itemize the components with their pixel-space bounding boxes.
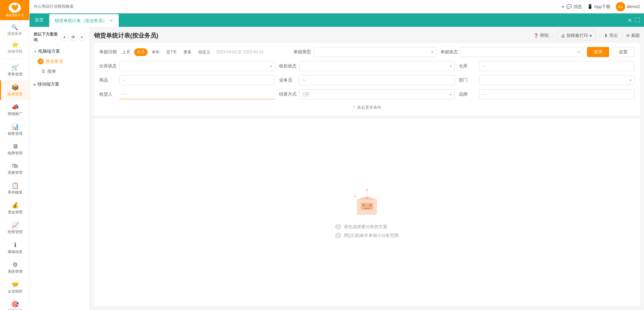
enterprise-icon: 🤝	[11, 281, 19, 288]
date-tab-custom[interactable]: 自定义	[196, 48, 213, 56]
tip2-num: 2	[335, 232, 341, 239]
salesperson-dots: ···	[302, 77, 306, 83]
date-tab-7days[interactable]: 近7天	[164, 48, 179, 56]
goods-input[interactable]: ···	[119, 75, 275, 85]
search-menu-item[interactable]: 🔍 搜索菜单	[0, 20, 29, 38]
sidebar-item-system[interactable]: ⚙ 系统管理	[0, 258, 29, 277]
date-tab-more[interactable]: 更多	[181, 48, 194, 56]
app-download-btn[interactable]: 📱 App下载	[587, 4, 610, 10]
collapse-btn[interactable]: ⌃ 收起更多条件	[351, 103, 383, 112]
shortcut-label: 快捷导航	[8, 49, 22, 54]
add-scheme-btn[interactable]: +	[61, 34, 68, 41]
department-input[interactable]: ▾	[479, 75, 635, 85]
sidebar-item-wholesale[interactable]: 📦 批发管理	[0, 80, 29, 100]
refresh-scheme-btn[interactable]: ⟳	[69, 34, 77, 41]
date-tab-this-month[interactable]: 本月	[134, 48, 148, 56]
tab-maximize-icon[interactable]: ⛶	[635, 17, 640, 23]
salesperson-scheme-icon: 员	[38, 58, 44, 64]
collapse-row: ⌃ 收起更多条件	[99, 103, 635, 112]
date-tabs: 上月 本月 本年 近7天 更多 自定义	[119, 48, 213, 56]
brand-dots: ···	[482, 91, 485, 97]
filter-department: 部门 ▾	[459, 75, 635, 85]
filter-row-3: 商品 ··· 业务员 ··· 部门	[99, 75, 635, 85]
doc-type-input[interactable]: ▾	[314, 47, 436, 57]
receipt-status-input[interactable]: ▾	[299, 61, 455, 71]
payment-close-btn[interactable]: ×	[306, 92, 308, 97]
recipient-input[interactable]: ···	[119, 89, 275, 99]
filter-row-1: 单据日期 上月 本月 本年 近7天 更多 自定义 2023-03-01 至 20…	[99, 47, 635, 57]
sales-label: 销售管理	[8, 131, 22, 136]
user-profile[interactable]: Ea demo2	[616, 2, 640, 11]
sidebar-nav: 🛒 零售管理 📦 批发管理 📣 营销推广 📊 销售管理 🖥 电商管理 🛍 采购管…	[0, 60, 29, 310]
avatar: Ea	[616, 2, 625, 11]
sidebar-item-retail[interactable]: 🛒 零售管理	[0, 60, 29, 80]
filter-date: 单据日期 上月 本月 本年 近7天 更多 自定义 2023-03-01 至 20…	[99, 48, 289, 56]
sidebar-item-enterprise[interactable]: 🤝 企业协同	[0, 277, 29, 297]
page-header-actions: ❓ 帮助 🖨 按模板打印 ▾ ⬆ 导出	[533, 31, 640, 40]
doc-status-arrow: ▾	[578, 50, 580, 54]
warehouse-dots: ···	[482, 63, 485, 69]
refresh-icon: ⟳	[626, 33, 630, 38]
operations-icon: 📈	[11, 221, 19, 229]
filter-row-4: 收货人 ··· 结算方式 × ▾	[99, 89, 635, 99]
tab-home[interactable]: 首页	[30, 13, 49, 27]
tab-close-window-icon[interactable]: ✕	[628, 17, 632, 23]
date-tab-last-month[interactable]: 上月	[119, 48, 133, 56]
topbar-dropdown[interactable]: ▾	[562, 4, 564, 9]
export-label: 导出	[609, 33, 618, 39]
payment-label: 结算方式	[279, 91, 297, 97]
date-tab-this-year[interactable]: 本年	[149, 48, 162, 56]
sidebar-item-inventory[interactable]: 📋 库存核算	[0, 178, 29, 198]
doc-status-label: 单据状态	[440, 49, 458, 55]
salesperson-scheme-label: 按业务员	[46, 58, 63, 64]
sidebar-item-guide[interactable]: 🎯 新手引导	[0, 297, 29, 310]
warehouse-input[interactable]: ···	[479, 61, 635, 71]
filter-brand: 品牌 ···	[459, 89, 635, 99]
sidebar-item-basic-info[interactable]: ℹ 基础信息	[0, 238, 29, 258]
salesperson-input[interactable]: ···	[299, 75, 455, 85]
desktop-scheme-header[interactable]: ▼ 电脑端方案	[30, 46, 90, 56]
content-area: 1 请先选择要分析的方案 2 用[过滤]条件来缩小分析范围	[94, 118, 640, 306]
doc-type-label: 单据类型	[293, 49, 311, 55]
system-label: 系统管理	[8, 269, 22, 274]
sidebar-item-ecommerce[interactable]: 🖥 电商管理	[0, 140, 29, 159]
query-btn[interactable]: 查询	[587, 47, 609, 57]
payment-input[interactable]: × ▾	[299, 89, 455, 99]
sidebar-item-operations[interactable]: 📈 经营管理	[0, 218, 29, 238]
receipt-status-label: 收款状态	[279, 63, 297, 69]
page-header: 销货单统计表(按业务员) ❓ 帮助 🖨 按模板打印 ▾ ⬆	[94, 31, 640, 40]
search-label: 搜索菜单	[7, 31, 22, 36]
logo-text: 畅捷通好生意	[6, 13, 24, 17]
brand-input[interactable]: ···	[479, 89, 635, 99]
page-content: 按以下方案查询 + ⟳ « ▼ 电脑端方案 员 按业务员 ☰ 按	[30, 27, 644, 310]
settings-btn[interactable]: 设置	[612, 47, 635, 57]
export-btn[interactable]: ⬆ 导出	[604, 33, 618, 39]
recipient-label: 收货人	[99, 91, 117, 97]
ecommerce-icon: 🖥	[12, 143, 18, 150]
tab-sales-stats[interactable]: 销货单统计表（按业务员） ✕	[49, 14, 119, 28]
shortcut-nav-item[interactable]: ⭐ 快捷导航	[0, 38, 29, 57]
collapse-panel-btn[interactable]: «	[78, 34, 86, 41]
order-scheme-icon: ☰	[42, 69, 45, 74]
finance-label: 资金管理	[8, 210, 22, 215]
sidebar-item-purchase[interactable]: 🛍 采购管理	[0, 159, 29, 178]
out-status-input[interactable]: ▾	[119, 61, 275, 71]
salesperson-label: 业务员	[279, 77, 297, 83]
mobile-scheme-header[interactable]: ▶ 移动端方案	[30, 79, 90, 89]
template-print-btn[interactable]: 🖨 按模板打印 ▾	[557, 31, 596, 40]
filter-receipt-status: 收款状态 ▾	[279, 61, 455, 71]
collapse-up-icon: ⌃	[353, 105, 356, 110]
help-btn[interactable]: ❓ 帮助	[533, 33, 549, 39]
message-btn[interactable]: 💬 消息	[567, 4, 582, 10]
doc-status-input[interactable]: ▾	[461, 47, 583, 57]
message-label: 消息	[573, 4, 582, 10]
wholesale-label: 批发管理	[8, 92, 22, 97]
tab-close-icon[interactable]: ✕	[110, 18, 113, 23]
sidebar-item-finance[interactable]: 💰 资金管理	[0, 198, 29, 218]
filter-doc-status: 单据状态 ▾	[440, 47, 583, 57]
scheme-by-order[interactable]: ☰ 按单	[30, 66, 90, 76]
refresh-btn[interactable]: ⟳ 刷新	[626, 33, 640, 39]
scheme-by-salesperson[interactable]: 员 按业务员	[30, 56, 90, 66]
sidebar-item-sales[interactable]: 📊 销售管理	[0, 120, 29, 140]
sidebar-item-marketing[interactable]: 📣 营销推广	[0, 100, 29, 120]
